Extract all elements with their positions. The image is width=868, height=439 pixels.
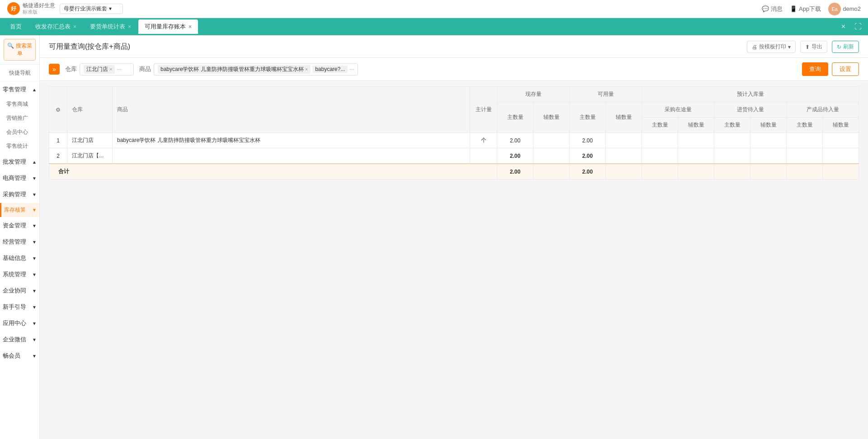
sidebar-group-wholesale-title[interactable]: 批发管理 ▲ <box>0 154 39 170</box>
chevron-icon-system: ▼ <box>32 272 37 277</box>
sidebar-group-finance-title[interactable]: 资金管理 ▼ <box>0 218 39 233</box>
total-stock-main: 2.00 <box>497 164 533 179</box>
sidebar-item-retail-mall[interactable]: 零售商城 <box>0 97 39 111</box>
sidebar-group-retail: 零售管理 ▲ 零售商城 营销推广 会员中心 零售统计 <box>0 82 39 153</box>
chevron-icon-newbie: ▼ <box>32 305 37 310</box>
tab-inventory-close[interactable]: × <box>189 24 192 30</box>
sidebar-group-system-title[interactable]: 系统管理 ▼ <box>0 267 39 282</box>
inventory-table: ⚙ 仓库 商品 主计量 现存量 可用量 预计入库量 主数量 辅数量 主数量 <box>49 86 859 179</box>
cell-purchase-aux-1 <box>678 133 714 148</box>
avatar: Ea <box>828 3 841 15</box>
tab-receivepay-label: 收发存汇总表 <box>35 23 71 31</box>
settings-button[interactable]: 设置 <box>832 62 859 76</box>
filter-action-buttons: 查询 设置 <box>802 62 859 76</box>
sidebar-group-collab-title[interactable]: 企业协同 ▼ <box>0 283 39 298</box>
app-download-item[interactable]: 📱 App下载 <box>790 5 821 13</box>
chevron-icon-vip: ▼ <box>32 354 37 359</box>
tab-receivepay[interactable]: 收发存汇总表 × <box>29 19 83 34</box>
query-button[interactable]: 查询 <box>802 62 828 76</box>
maximize-btn[interactable]: ⛶ <box>852 22 864 32</box>
th-stock-group: 现存量 <box>497 87 570 102</box>
chevron-icon-wechat: ▼ <box>32 337 37 342</box>
sidebar-group-wechat-title[interactable]: 企业微信 ▼ <box>0 332 39 347</box>
tab-inventory[interactable]: 可用量库存账本 × <box>138 19 198 34</box>
cell-incoming-aux-2 <box>750 148 787 164</box>
chevron-down-icon: ▾ <box>788 44 791 50</box>
filter-product-label: 商品 <box>139 65 151 73</box>
expand-icon: » <box>52 66 56 73</box>
chevron-icon-wholesale: ▲ <box>32 160 37 165</box>
sidebar-item-shortcut[interactable]: 快捷导航 <box>0 65 39 82</box>
tab-inventory-label: 可用量库存账本 <box>145 23 186 31</box>
filter-expand-btn[interactable]: » <box>49 64 60 75</box>
company-select[interactable]: 母婴行业演示账套 ▾ <box>60 4 123 14</box>
th-avail-aux: 辅数量 <box>606 102 642 133</box>
th-unit: 主计量 <box>470 87 497 133</box>
th-product-aux: 辅数量 <box>823 118 859 133</box>
total-product-main <box>787 164 823 179</box>
cell-avail-aux-1 <box>606 133 642 148</box>
sidebar-group-basic: 基础信息 ▼ <box>0 250 39 266</box>
top-bar: 好 畅捷通好生意 标准版 母婴行业演示账套 ▾ 💬 消息 📱 App下载 Ea … <box>0 0 868 18</box>
chevron-icon-inventory: ▼ <box>32 208 37 212</box>
page-actions: 🖨 按模板打印 ▾ ⬆ 导出 ↻ 刷新 <box>747 41 859 53</box>
template-print-btn[interactable]: 🖨 按模板打印 ▾ <box>747 41 796 53</box>
sidebar-group-inventory-title[interactable]: 库存核算 ▼ <box>0 203 39 217</box>
sidebar-search-btn[interactable]: 🔍 搜索菜单 <box>4 39 36 61</box>
total-product-aux <box>823 164 859 179</box>
chevron-icon-finance: ▼ <box>32 223 37 228</box>
sidebar-item-retail-stats[interactable]: 零售统计 <box>0 139 39 153</box>
sidebar: 🔍 搜索菜单 快捷导航 零售管理 ▲ 零售商城 营销推广 会员中心 零售统计 批… <box>0 35 40 439</box>
th-warehouse: 仓库 <box>67 87 113 133</box>
mobile-icon: 📱 <box>790 5 797 12</box>
cell-seq-2: 2 <box>49 148 67 164</box>
table-total-row: 合计 2.00 2.00 <box>49 164 859 179</box>
cell-seq-1: 1 <box>49 133 67 148</box>
th-purchase-transit: 采购在途量 <box>642 102 714 118</box>
th-settings[interactable]: ⚙ <box>49 87 67 133</box>
th-incoming-aux: 辅数量 <box>750 118 787 133</box>
tab-order-close[interactable]: × <box>128 24 131 30</box>
sidebar-group-newbie-title[interactable]: 新手引导 ▼ <box>0 299 39 315</box>
filter-product-tag1: babycare学饮杯 儿童防摔防撞吸管杯重力球吸嘴杯宝宝水杯 × <box>158 65 311 74</box>
top-bar-left: 好 畅捷通好生意 标准版 母婴行业演示账套 ▾ <box>7 2 123 15</box>
sidebar-group-ecommerce-title[interactable]: 电商管理 ▼ <box>0 170 39 186</box>
close-all-tabs-btn[interactable]: × <box>839 22 848 32</box>
sidebar-search-section: 🔍 搜索菜单 <box>0 35 39 65</box>
cell-product-2 <box>113 148 470 164</box>
sidebar-group-vip-title[interactable]: 畅会员 ▼ <box>0 348 39 363</box>
sidebar-group-retail-title[interactable]: 零售管理 ▲ <box>0 82 39 97</box>
sidebar-item-member[interactable]: 会员中心 <box>0 125 39 139</box>
filter-warehouse-input[interactable]: 江北门店 × ··· <box>80 63 134 76</box>
refresh-btn[interactable]: ↻ 刷新 <box>832 41 859 53</box>
chevron-icon-basic: ▼ <box>32 256 37 261</box>
message-item[interactable]: 💬 消息 <box>762 5 783 13</box>
cell-incoming-main-1 <box>714 133 750 148</box>
tab-home[interactable]: 首页 <box>4 19 28 34</box>
filter-product-input[interactable]: babycare学饮杯 儿童防摔防撞吸管杯重力球吸嘴杯宝宝水杯 × babyca… <box>154 63 358 76</box>
chevron-down-icon: ▾ <box>109 5 112 12</box>
sidebar-item-marketing[interactable]: 营销推广 <box>0 111 39 125</box>
total-stock-aux <box>533 164 570 179</box>
export-btn[interactable]: ⬆ 导出 <box>800 41 827 53</box>
sidebar-group-appstore-title[interactable]: 应用中心 ▼ <box>0 316 39 331</box>
sidebar-group-operations-title[interactable]: 经营管理 ▼ <box>0 234 39 250</box>
total-label: 合计 <box>49 164 497 179</box>
sidebar-group-basic-title[interactable]: 基础信息 ▼ <box>0 250 39 266</box>
user-profile[interactable]: Ea demo2 <box>828 3 861 15</box>
sidebar-group-wholesale: 批发管理 ▲ <box>0 154 39 170</box>
filter-product-more[interactable]: ··· <box>349 66 354 72</box>
filter-product1-remove[interactable]: × <box>305 66 308 72</box>
sidebar-group-collab: 企业协同 ▼ <box>0 283 39 298</box>
search-icon: 🔍 <box>7 42 14 49</box>
filter-warehouse-label: 仓库 <box>65 65 77 73</box>
filter-warehouse-remove[interactable]: × <box>109 66 112 72</box>
tab-receivepay-close[interactable]: × <box>73 24 76 30</box>
table-row: 2 江北门店【... 2.00 2.00 <box>49 148 859 164</box>
tab-order[interactable]: 要货单统计表 × <box>84 19 137 34</box>
filter-more-icon[interactable]: ··· <box>117 66 121 72</box>
th-purchase-main: 主数量 <box>642 118 678 133</box>
th-stock-main: 主数量 <box>497 102 533 133</box>
sidebar-group-purchase-title[interactable]: 采购管理 ▼ <box>0 187 39 202</box>
sidebar-group-newbie: 新手引导 ▼ <box>0 299 39 315</box>
